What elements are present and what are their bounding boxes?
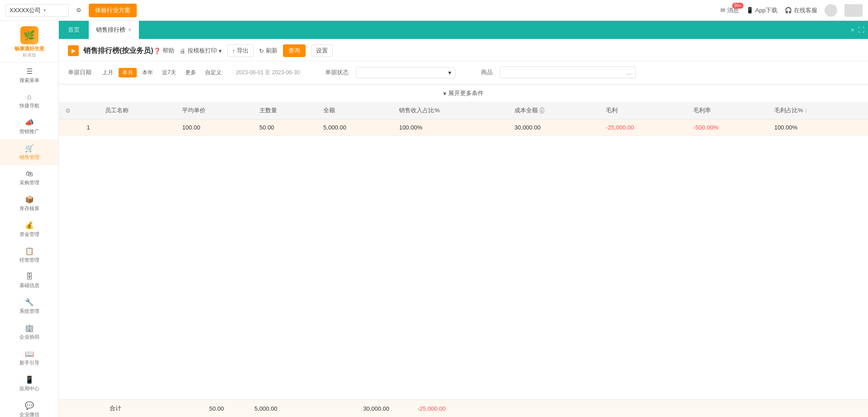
template-print-label: 按模板打印 xyxy=(187,47,217,55)
sidebar-item-finance[interactable]: 💰 资金管理 xyxy=(0,216,58,242)
sidebar-label-operations: 经营管理 xyxy=(19,257,39,264)
print-chevron-icon: ▾ xyxy=(219,48,222,54)
print-icon: 🖨 xyxy=(180,48,186,54)
tab-window-close-icon[interactable]: × xyxy=(851,26,854,34)
logo-icon: 🌿 xyxy=(20,26,38,44)
date-tab-this-month[interactable]: 本月 xyxy=(119,68,137,77)
avatar[interactable] xyxy=(825,4,837,17)
table-footer: 合计 50.00 5,000.00 30,000.00 -25,000.00 xyxy=(59,399,868,417)
sidebar-label-sales: 销售管理 xyxy=(19,154,39,161)
col-avg-price: 平均单价 xyxy=(177,102,254,120)
topbar-settings-icon[interactable]: ⚙ xyxy=(72,4,85,17)
sidebar-item-shortcut[interactable]: ⌂ 快捷导航 xyxy=(0,88,58,114)
filter-row-date: 单据日期 上月 本月 本年 近7天 更多 自定义 2023-06-01 至 20… xyxy=(68,67,859,78)
online-service-button[interactable]: 🎧 在线客服 xyxy=(785,6,817,14)
template-print-button[interactable]: 🖨 按模板打印 ▾ xyxy=(180,47,222,55)
home-icon: ⌂ xyxy=(27,93,32,101)
user-name xyxy=(844,4,863,17)
cart-icon: 🛒 xyxy=(25,144,34,153)
gross-pct-sort-icon[interactable]: ↕ xyxy=(805,107,808,114)
page-inner: ▶ 销售排行榜(按业务员) ❓ 帮助 🖨 按模板打印 ▾ xyxy=(59,39,868,417)
app-download-button[interactable]: 📱 App下载 xyxy=(746,6,777,14)
megaphone-icon: 📣 xyxy=(25,118,34,127)
export-button[interactable]: ↑ 导出 xyxy=(227,44,254,57)
sidebar-label-enterprise: 企业协同 xyxy=(19,334,39,340)
tab-bar: 首页 销售排行榜 × × ⛶ xyxy=(59,21,868,39)
sidebar-item-apps[interactable]: 📱 应用中心 xyxy=(0,371,58,397)
date-range: 2023-06-01 至 2023-06-30 xyxy=(236,69,300,77)
sidebar-item-basic[interactable]: 🗄 基础信息 xyxy=(0,268,58,293)
sidebar-item-inventory[interactable]: 📦 库存核算 xyxy=(0,191,58,216)
col-rank xyxy=(77,102,100,120)
date-tab-last-month[interactable]: 上月 xyxy=(99,68,117,77)
filter-area: 单据日期 上月 本月 本年 近7天 更多 自定义 2023-06-01 至 20… xyxy=(59,61,868,84)
tab-window-expand-icon[interactable]: ⛶ xyxy=(858,26,864,34)
headset-icon: 🎧 xyxy=(785,7,792,14)
tab-home[interactable]: 首页 xyxy=(59,21,89,39)
data-table: ⚙ 员工名称 平均单价 主数量 全额 销售收入占比% 成本全额 i 毛利 xyxy=(59,102,868,136)
notification-button[interactable]: ✉ 消息 99+ xyxy=(720,6,739,14)
col-gross: 毛利 xyxy=(600,102,688,120)
refresh-label: 刷新 xyxy=(266,47,278,55)
date-tab-more[interactable]: 更多 xyxy=(182,68,200,77)
table-header-row: ⚙ 员工名称 平均单价 主数量 全额 销售收入占比% 成本全额 i 毛利 xyxy=(59,102,868,120)
company-selector[interactable]: XXXXX公司 ▾ xyxy=(5,4,69,17)
product-input[interactable]: ... xyxy=(500,67,636,78)
expand-more-button[interactable]: ▾ 展开更多条件 xyxy=(436,87,491,99)
sidebar-label-finance: 资金管理 xyxy=(19,231,39,238)
sidebar-item-marketing[interactable]: 📣 营销推广 xyxy=(0,114,58,139)
status-select[interactable]: ▾ xyxy=(356,67,456,78)
content-area: 首页 销售排行榜 × × ⛶ ▶ 销售排行 xyxy=(59,21,868,417)
query-button[interactable]: 查询 xyxy=(283,44,306,57)
coin-icon: 💰 xyxy=(25,221,34,230)
row-employee xyxy=(100,120,177,136)
tab-sales-ranking[interactable]: 销售排行榜 × xyxy=(89,21,139,39)
footer-cost-amount: 30,000.00 xyxy=(363,405,417,412)
logo-title: 畅康通好生意 xyxy=(14,45,44,52)
sidebar-label-guide: 新手引导 xyxy=(19,359,39,366)
sidebar-item-sales[interactable]: 🛒 销售管理 xyxy=(0,139,58,165)
row-gross: -25,000.00 xyxy=(600,120,688,136)
tab-right-icons: × ⛶ xyxy=(851,26,868,34)
col-gross-pct: 毛利占比% ↕ xyxy=(769,102,868,120)
system-icon: 🔧 xyxy=(25,298,34,307)
logo-subtitle: 标准版 xyxy=(23,52,36,58)
page-nav-icon[interactable]: ▶ xyxy=(68,45,79,56)
enterprise-icon: 🏢 xyxy=(25,324,34,332)
footer-main-qty: 50.00 xyxy=(209,405,254,412)
tab-close-icon[interactable]: × xyxy=(128,27,131,33)
sidebar-item-purchase[interactable]: 🛍 采购管理 xyxy=(0,165,58,191)
sidebar-item-enterprise[interactable]: 🏢 企业协同 xyxy=(0,319,58,345)
trial-button[interactable]: 体验行业方案 xyxy=(89,4,137,17)
help-button[interactable]: ❓ 帮助 xyxy=(153,47,174,55)
cost-info-icon[interactable]: i xyxy=(540,107,544,114)
sidebar-item-wechat[interactable]: 💬 企业微信 xyxy=(0,397,58,417)
product-dots-icon[interactable]: ... xyxy=(626,69,632,76)
sidebar-label-inventory: 库存核算 xyxy=(19,205,39,212)
sidebar-item-search[interactable]: ☰ 搜索菜单 xyxy=(0,62,58,88)
row-sales-pct: 100.00% xyxy=(393,120,509,136)
status-select-arrow: ▾ xyxy=(448,69,451,76)
database-icon: 🗄 xyxy=(26,273,33,281)
expand-more-label: 展开更多条件 xyxy=(448,89,484,97)
clipboard-icon: 📋 xyxy=(25,247,34,255)
col-gross-rate: 毛利率 xyxy=(688,102,769,120)
sidebar-item-system[interactable]: 🔧 系统管理 xyxy=(0,293,58,319)
col-settings[interactable]: ⚙ xyxy=(59,102,77,120)
col-main-qty: 主数量 xyxy=(254,102,318,120)
footer-gross: -25,000.00 xyxy=(417,405,472,412)
col-sales-pct: 销售收入占比% xyxy=(393,102,509,120)
sidebar-item-operations[interactable]: 📋 经营管理 xyxy=(0,242,58,268)
refresh-button[interactable]: ↻ 刷新 xyxy=(259,47,278,55)
row-gross-pct: 100.00% xyxy=(769,120,868,136)
settings-button[interactable]: 设置 xyxy=(311,44,333,57)
chevron-down-icon: ▾ xyxy=(43,8,46,13)
sidebar-label-purchase: 采购管理 xyxy=(19,179,39,186)
date-tab-this-year[interactable]: 本年 xyxy=(139,68,157,77)
date-tab-7days[interactable]: 近7天 xyxy=(158,68,180,77)
sidebar-item-guide[interactable]: 📖 新手引导 xyxy=(0,345,58,371)
date-tab-custom[interactable]: 自定义 xyxy=(201,68,225,77)
page-header: ▶ 销售排行榜(按业务员) ❓ 帮助 🖨 按模板打印 ▾ xyxy=(59,39,868,61)
wechat-icon: 💬 xyxy=(25,401,34,410)
top-bar: XXXXX公司 ▾ ⚙ 体验行业方案 ✉ 消息 99+ 📱 App下载 🎧 在线… xyxy=(0,0,868,21)
